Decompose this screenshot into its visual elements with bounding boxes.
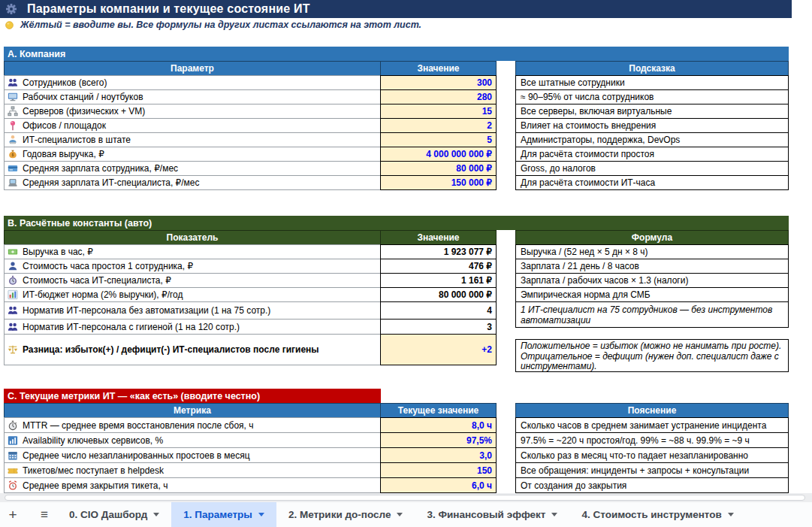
chevron-down-icon[interactable] [397, 513, 403, 516]
param-label-text: Выручка в час, ₽ [23, 247, 93, 257]
moneybag-icon [8, 149, 18, 159]
value-cell[interactable]: 8,0 ч [380, 417, 497, 433]
person-icon [8, 261, 18, 271]
hint-cell: Все обращения: инциденты + запросы + кон… [515, 462, 789, 478]
hint-cell: Для расчёта стоимости простоя [515, 147, 789, 162]
hint-cell: Влияет на стоимость внедрения [515, 118, 789, 133]
chevron-down-icon[interactable] [551, 513, 557, 516]
value-cell[interactable]: 150 000 ₽ [380, 175, 497, 190]
param-label-text: Разница: избыток(+) / дефицит(-) ИТ-спец… [23, 344, 319, 355]
column-header-value: Значение [380, 230, 497, 245]
value-cell[interactable]: 5 [380, 132, 497, 147]
people-icon [8, 77, 18, 88]
sheet-tab-2[interactable]: 2. Метрики до-после [276, 502, 415, 527]
chevron-down-icon[interactable] [728, 513, 734, 516]
value-cell[interactable]: 4 000 000 000 ₽ [380, 147, 497, 162]
value-cell: 476 ₽ [380, 259, 497, 274]
value-cell[interactable]: 15 [380, 104, 497, 119]
horizontal-scrollbar-thumb[interactable] [5, 495, 805, 501]
value-cell[interactable]: 6,0 ч [380, 477, 497, 493]
title-bar: Параметры компании и текущее состояние И… [0, 0, 792, 18]
column-header-param: Метрика [4, 403, 381, 418]
param-label-text: MTTR — среднее время восстановления посл… [23, 420, 254, 431]
all-sheets-menu-button[interactable]: ≡ [32, 502, 57, 527]
value-cell[interactable]: 80 000 ₽ [380, 161, 497, 176]
param-label-text: Стоимость часа простоя 1 сотрудника, ₽ [23, 261, 193, 271]
value-column: Значение1 923 077 ₽476 ₽1 161 ₽80 000 00… [380, 230, 497, 365]
param-label-text: Норматив ИТ-персонала без автоматизации … [23, 305, 270, 316]
hint-cell: Сколько раз в месяц что-то падает незапл… [515, 447, 789, 463]
value-cell[interactable]: 280 [380, 89, 497, 104]
hint-cell: Gross, до налогов [515, 161, 789, 176]
value-cell[interactable]: +2 [380, 334, 497, 365]
clock-icon [8, 275, 18, 286]
param-label: Выручка в час, ₽ [4, 244, 381, 259]
value-column: Значение30028015254 000 000 000 ₽80 000 … [380, 61, 497, 190]
param-label-text: Стоимость часа ИТ-специалиста, ₽ [23, 275, 171, 286]
section-title-B: B. Расчётные константы (авто) [4, 216, 789, 230]
hint-cell: Сколько часов в среднем занимает устране… [515, 417, 789, 433]
value-cell[interactable]: 2 [380, 118, 497, 133]
param-label: Среднее число незапланированных простоев… [4, 447, 381, 463]
hint-cell: 1 ИТ-специалист на 75 сотрудников — без … [515, 301, 789, 328]
param-label-text: ИТ-специалистов в штате [23, 135, 131, 145]
pin-icon [8, 120, 18, 131]
param-label: MTTR — среднее время восстановления посл… [4, 417, 381, 433]
hint-cell: 97.5% = ~220 ч простоя/год. 99% = ~88 ч.… [515, 432, 789, 448]
chart-blue-icon [8, 435, 18, 446]
stopwatch-icon [8, 420, 18, 431]
param-label: ИТ-специалистов в штате [4, 132, 381, 147]
page-title: Параметры компании и текущее состояние И… [27, 2, 310, 16]
param-label-text: Среднее время закрытия тикета, ч [23, 480, 168, 491]
param-label-text: Средняя зарплата ИТ-специалиста, ₽/мес [23, 177, 200, 188]
value-cell[interactable]: 300 [380, 75, 497, 90]
people-icon [8, 305, 18, 316]
value-cell[interactable]: 97,5% [380, 432, 497, 448]
sheet-tab-label: 2. Метрики до-после [288, 509, 391, 520]
subtitle-row: Жёлтый = вводите вы. Все формулы на друг… [0, 18, 792, 32]
hint-column: ФормулаВыручка / (52 нед × 5 дн × 8 ч)За… [515, 230, 789, 372]
scale-icon [8, 344, 18, 355]
param-label: Серверов (физических + VM) [4, 104, 381, 119]
value-cell: 1 161 ₽ [380, 273, 497, 288]
laptop-icon [8, 177, 18, 188]
param-label: Годовая выручка, ₽ [4, 147, 381, 162]
param-label: Рабочих станций / ноутбуков [4, 89, 381, 104]
param-label-text: Средняя зарплата сотрудника, ₽/мес [23, 163, 178, 174]
param-label: Стоимость часа простоя 1 сотрудника, ₽ [4, 259, 381, 274]
param-label-text: Офисов / площадок [23, 120, 106, 131]
sheet-tab-3[interactable]: 3. Финансовый эффект [415, 502, 569, 527]
param-label: Норматив ИТ-персонала с гигиеной (1 на 1… [4, 319, 381, 335]
add-sheet-button[interactable]: + [0, 502, 26, 527]
param-label: Офисов / площадок [4, 118, 381, 133]
param-label: Тикетов/мес поступает в helpdesk [4, 462, 381, 478]
sheet-tab-1[interactable]: 1. Параметры [171, 502, 276, 527]
column-header-value: Текущее значение [380, 403, 497, 418]
param-label: Норматив ИТ-персонала без автоматизации … [4, 301, 381, 320]
column-header-param: Параметр [4, 61, 381, 76]
people-icon [8, 322, 18, 332]
hint-cell: Эмпирическая норма для СМБ [515, 287, 789, 302]
hint-cell: Все штатные сотрудники [515, 75, 789, 90]
param-label: Средняя зарплата сотрудника, ₽/мес [4, 161, 381, 176]
value-cell: 80 000 000 ₽ [380, 287, 497, 302]
param-label-text: Рабочих станций / ноутбуков [23, 92, 143, 102]
sheet-tab-0[interactable]: 0. CIO Дашборд [57, 502, 171, 527]
param-label-text: Сотрудников (всего) [23, 77, 107, 88]
param-label: Сотрудников (всего) [4, 75, 381, 90]
value-cell: 4 [380, 301, 497, 320]
param-label-text: Норматив ИТ-персонала с гигиеной (1 на 1… [23, 322, 240, 332]
value-cell[interactable]: 3,0 [380, 447, 497, 463]
value-cell[interactable]: 150 [380, 462, 497, 478]
value-cell: 3 [380, 319, 497, 335]
chevron-down-icon[interactable] [153, 513, 159, 516]
column-header-hint: Подсказка [515, 61, 789, 76]
card-icon [8, 163, 18, 174]
section-A: А. КомпанияПараметрСотрудников (всего)Ра… [4, 47, 789, 61]
chevron-down-icon[interactable] [258, 513, 264, 516]
sheet-tab-label: 4. Стоимость инструментов [581, 509, 721, 520]
hint-cell: Зарплата / 21 день / 8 часов [515, 259, 789, 274]
alarm-icon [8, 480, 18, 491]
sheet-tab-4[interactable]: 4. Стоимость инструментов [569, 502, 745, 527]
section-C: С. Текущие метрики ИТ — «как есть» (ввод… [4, 389, 789, 403]
